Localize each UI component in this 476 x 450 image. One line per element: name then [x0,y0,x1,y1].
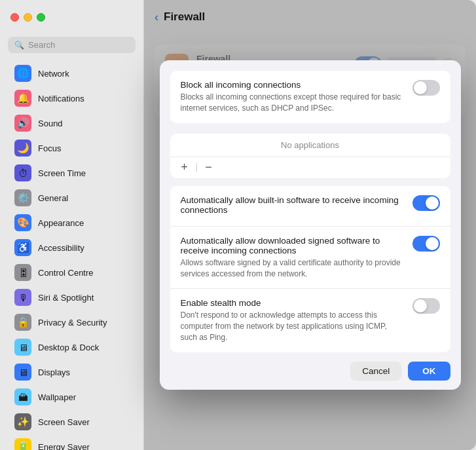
focus-label: Focus [38,143,61,153]
sidebar-items: 🌐Network🔔Notifications🔊Sound🌙Focus⏱Scree… [0,58,143,450]
minimize-button[interactable] [24,13,32,22]
block-all-text: Block all incoming connections Blocks al… [181,80,402,114]
ok-button[interactable]: OK [408,362,450,381]
sidebar: 🔍 Search 🌐Network🔔Notifications🔊Sound🌙Fo… [0,0,144,450]
sidebar-item-siri-spotlight[interactable]: 🎙Siri & Spotlight [4,285,139,310]
block-all-toggle[interactable] [412,80,440,96]
network-label: Network [38,69,69,79]
general-label: General [38,193,68,203]
accessibility-icon: ♿ [14,239,31,256]
sidebar-item-accessibility[interactable]: ♿Accessibility [4,235,139,260]
appearance-label: Appearance [38,218,84,228]
sidebar-item-general[interactable]: ⚙️General [4,185,139,210]
sidebar-item-privacy-security[interactable]: 🔒Privacy & Security [4,310,139,335]
remove-application-button[interactable]: − [201,160,217,176]
control-centre-label: Control Centre [38,268,94,278]
content-area: ‹ Firewall 🛡 Firewall The firewall is tu… [144,0,476,450]
search-input[interactable]: Search [28,40,55,50]
apps-divider [196,163,197,172]
dialog-overlay: Block all incoming connections Blocks al… [144,0,476,450]
energy-saver-label: Energy Saver [38,442,90,451]
focus-icon: 🌙 [14,140,31,157]
energy-saver-icon: 🔋 [14,438,31,450]
auto-builtin-row: Automatically allow built-in software to… [170,186,450,227]
add-application-button[interactable]: + [177,160,192,176]
sidebar-item-screen-saver[interactable]: ✨Screen Saver [4,409,139,434]
apps-controls: + − [170,157,450,178]
stealth-desc: Don't respond to or acknowledge attempts… [181,310,402,343]
sidebar-item-appearance[interactable]: 🎨Appearance [4,210,139,235]
maximize-button[interactable] [37,13,45,22]
dialog-buttons: Cancel OK [160,352,461,390]
sidebar-titlebar [0,0,143,34]
privacy-security-icon: 🔒 [14,314,31,331]
stealth-row: Enable stealth mode Don't respond to or … [170,289,450,352]
main-window: 🔍 Search 🌐Network🔔Notifications🔊Sound🌙Fo… [0,0,476,450]
sidebar-item-wallpaper[interactable]: 🏔Wallpaper [4,384,139,409]
notifications-label: Notifications [38,94,84,103]
sidebar-item-sound[interactable]: 🔊Sound [4,111,139,136]
block-all-row: Block all incoming connections Blocks al… [170,71,450,123]
siri-spotlight-icon: 🎙 [14,289,31,306]
sidebar-item-network[interactable]: 🌐Network [4,61,139,86]
notifications-icon: 🔔 [14,90,31,107]
wallpaper-label: Wallpaper [38,392,76,402]
privacy-security-label: Privacy & Security [38,318,107,328]
accessibility-label: Accessibility [38,243,84,253]
network-icon: 🌐 [14,65,31,82]
sidebar-item-desktop-dock[interactable]: 🖥Desktop & Dock [4,335,139,360]
screen-time-icon: ⏱ [14,164,31,181]
search-icon: 🔍 [14,41,24,50]
general-icon: ⚙️ [14,189,31,206]
sound-label: Sound [38,119,63,128]
block-all-title: Block all incoming connections [181,80,402,90]
control-centre-icon: 🎛 [14,264,31,281]
auto-builtin-text: Automatically allow built-in software to… [181,195,402,217]
auto-signed-title: Automatically allow downloaded signed so… [181,236,402,255]
stealth-title: Enable stealth mode [181,298,402,308]
screen-saver-icon: ✨ [14,413,31,430]
desktop-dock-label: Desktop & Dock [38,343,99,352]
displays-icon: 🖥 [14,364,31,381]
displays-label: Displays [38,367,70,377]
desktop-dock-icon: 🖥 [14,339,31,356]
no-applications-label: No applications [170,134,450,157]
stealth-text: Enable stealth mode Don't respond to or … [181,298,402,343]
screen-saver-label: Screen Saver [38,417,90,427]
cancel-button[interactable]: Cancel [350,362,401,381]
sidebar-item-control-centre[interactable]: 🎛Control Centre [4,260,139,285]
auto-builtin-title: Automatically allow built-in software to… [181,195,402,215]
sidebar-item-screen-time[interactable]: ⏱Screen Time [4,160,139,185]
auto-signed-row: Automatically allow downloaded signed so… [170,227,450,290]
close-button[interactable] [10,13,19,22]
sidebar-item-focus[interactable]: 🌙Focus [4,136,139,160]
auto-signed-text: Automatically allow downloaded signed so… [181,236,402,280]
screen-time-label: Screen Time [38,168,86,178]
sidebar-item-displays[interactable]: 🖥Displays [4,360,139,384]
siri-spotlight-label: Siri & Spotlight [38,293,94,303]
sidebar-item-energy-saver[interactable]: 🔋Energy Saver [4,434,139,450]
search-bar[interactable]: 🔍 Search [8,37,136,53]
block-all-desc: Blocks all incoming connections except t… [181,92,402,114]
auto-signed-toggle[interactable] [412,236,440,252]
sound-icon: 🔊 [14,115,31,132]
auto-builtin-toggle[interactable] [412,195,440,211]
applications-section: No applications + − [170,134,450,178]
traffic-lights [10,13,45,22]
block-all-section: Block all incoming connections Blocks al… [170,71,450,123]
wallpaper-icon: 🏔 [14,388,31,405]
additional-options-section: Automatically allow built-in software to… [170,186,450,352]
firewall-options-dialog: Block all incoming connections Blocks al… [160,60,461,390]
appearance-icon: 🎨 [14,214,31,231]
stealth-toggle[interactable] [412,298,440,314]
auto-signed-desc: Allows software signed by a valid certif… [181,257,402,280]
sidebar-item-notifications[interactable]: 🔔Notifications [4,86,139,111]
